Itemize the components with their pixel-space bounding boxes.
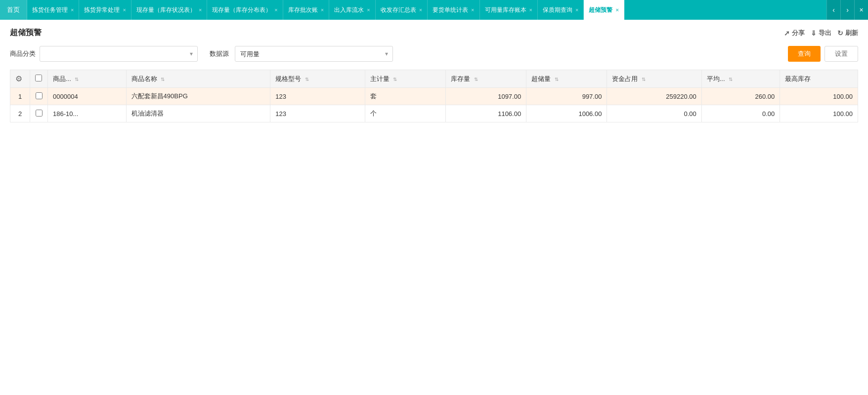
th-product-name[interactable]: 商品名称 ⇅ (126, 70, 270, 88)
close-icon-exception[interactable]: × (123, 7, 126, 13)
data-table: ⚙ 商品... ⇅ 商品名称 ⇅ 规格型号 ⇅ 主计量 (10, 70, 858, 122)
th-max-stock[interactable]: 最高库存 (780, 70, 858, 88)
th-overstock-qty[interactable]: 超储量 ⇅ (526, 70, 607, 88)
close-icon-flow[interactable]: × (367, 7, 370, 13)
th-unit-label: 主计量 (370, 75, 390, 82)
nav-item-available-ledger[interactable]: 可用量库存账本 × (480, 0, 538, 20)
td-stock-qty-2: 1106.00 (445, 105, 526, 122)
unit-2: 个 (370, 110, 377, 117)
close-icon-shelf-life[interactable]: × (575, 7, 578, 13)
share-label: 分享 (792, 29, 805, 38)
nav-label-available-ledger: 可用量库存账本 (485, 6, 526, 14)
select-all-checkbox[interactable] (35, 75, 42, 81)
close-icon-batch-account[interactable]: × (321, 7, 324, 13)
sort-icon-product-code: ⇅ (75, 77, 79, 82)
close-icon-overstock-warning[interactable]: × (615, 7, 618, 13)
td-unit-1: 套 (365, 88, 445, 105)
td-spec-2: 123 (270, 105, 365, 122)
nav-arrow-left[interactable]: ‹ (826, 0, 840, 20)
category-select[interactable] (40, 46, 198, 62)
nav-item-home[interactable]: 首页 (0, 0, 27, 20)
td-capital-usage-2: 0.00 (607, 105, 701, 122)
category-filter: 商品分类 (10, 46, 198, 62)
share-button[interactable]: ➚ 分享 (784, 29, 805, 38)
nav-item-task-mgmt[interactable]: 拣货任务管理 × (27, 0, 79, 20)
max-stock-2: 100.00 (833, 110, 853, 118)
close-icon-summary[interactable]: × (419, 7, 422, 13)
td-overstock-qty-2: 1006.00 (526, 105, 607, 122)
td-product-name-2: 机油滤清器 (126, 105, 270, 122)
nav-item-batch-account[interactable]: 库存批次账 × (283, 0, 329, 20)
td-product-code-2: 186-10... (48, 105, 127, 122)
overstock-qty-2: 1006.00 (578, 110, 602, 118)
close-icon-order-stat[interactable]: × (471, 7, 474, 13)
refresh-label: 刷新 (845, 29, 858, 38)
row-checkbox-1[interactable] (36, 92, 43, 99)
capital-usage-1: 259220.00 (666, 93, 696, 100)
datasource-select[interactable]: 可用量 库存量 (235, 46, 393, 62)
nav-item-exception[interactable]: 拣货异常处理 × (79, 0, 131, 20)
export-button[interactable]: ⇓ 导出 (811, 29, 831, 38)
nav-item-inventory-dist[interactable]: 现存量（库存分布表） × (207, 0, 283, 20)
export-icon: ⇓ (811, 29, 817, 37)
nav-label-overstock-warning: 超储预警 (589, 6, 612, 14)
page-title-actions: ➚ 分享 ⇓ 导出 ↻ 刷新 (784, 29, 858, 38)
capital-usage-2: 0.00 (684, 110, 696, 118)
nav-item-shelf-life[interactable]: 保质期查询 × (538, 0, 584, 20)
th-product-name-label: 商品名称 (131, 75, 157, 82)
nav-arrow-right[interactable]: › (840, 0, 854, 20)
td-row-num-1: 1 (10, 88, 30, 105)
th-stock-qty[interactable]: 库存量 ⇅ (445, 70, 526, 88)
nav-bar: 首页 拣货任务管理 × 拣货异常处理 × 现存量（库存状况表） × 现存量（库存… (0, 0, 868, 20)
th-settings: ⚙ (10, 70, 30, 88)
sort-icon-spec: ⇅ (305, 77, 309, 82)
row-num-1: 1 (18, 93, 22, 100)
sort-icon-overstock-qty: ⇅ (555, 77, 559, 82)
nav-label-shelf-life: 保质期查询 (543, 6, 572, 14)
th-unit[interactable]: 主计量 ⇅ (365, 70, 445, 88)
td-stock-qty-1: 1097.00 (445, 88, 526, 105)
datasource-filter: 数据源 可用量 库存量 (210, 46, 393, 62)
th-spec[interactable]: 规格型号 ⇅ (270, 70, 365, 88)
nav-arrow-close[interactable]: × (854, 0, 868, 20)
category-label: 商品分类 (10, 49, 36, 58)
refresh-icon: ↻ (837, 29, 843, 37)
nav-label-flow: 出入库流水 (334, 6, 364, 14)
close-icon-inventory-status[interactable]: × (199, 7, 202, 13)
nav-label-batch-account: 库存批次账 (288, 6, 318, 14)
th-avg-label: 平均... (707, 75, 725, 82)
td-product-name-1: 六配套新昌490BPG (126, 88, 270, 105)
nav-item-order-stat[interactable]: 要货单统计表 × (428, 0, 479, 20)
nav-item-flow[interactable]: 出入库流水 × (329, 0, 375, 20)
close-icon-inventory-dist[interactable]: × (274, 7, 277, 13)
th-spec-label: 规格型号 (275, 75, 301, 82)
row-checkbox-2[interactable] (36, 110, 43, 117)
td-max-stock-2: 100.00 (780, 105, 858, 122)
nav-item-overstock-warning[interactable]: 超储预警 × (584, 0, 624, 20)
sort-icon-capital-usage: ⇅ (642, 77, 646, 82)
sort-icon-product-name: ⇅ (161, 77, 165, 82)
refresh-button[interactable]: ↻ 刷新 (837, 29, 858, 38)
stock-qty-2: 1106.00 (498, 110, 521, 118)
avg-2: 0.00 (762, 110, 775, 118)
nav-item-summary[interactable]: 收发存汇总表 × (376, 0, 428, 20)
close-icon-available-ledger[interactable]: × (529, 7, 532, 13)
query-button[interactable]: 查询 (788, 46, 821, 62)
max-stock-1: 100.00 (833, 93, 853, 100)
close-icon-task-mgmt[interactable]: × (71, 7, 74, 13)
table-header-row: ⚙ 商品... ⇅ 商品名称 ⇅ 规格型号 ⇅ 主计量 (10, 70, 858, 88)
th-capital-usage[interactable]: 资金占用 ⇅ (607, 70, 701, 88)
spec-2: 123 (275, 110, 286, 118)
row-num-2: 2 (18, 110, 22, 118)
gear-icon[interactable]: ⚙ (15, 75, 22, 83)
share-icon: ➚ (784, 29, 790, 37)
th-avg[interactable]: 平均... ⇅ (701, 70, 780, 88)
filter-bar: 商品分类 数据源 可用量 库存量 查询 设置 (10, 46, 858, 62)
category-select-wrapper (40, 46, 198, 62)
nav-label-summary: 收发存汇总表 (381, 6, 416, 14)
settings-button[interactable]: 设置 (825, 46, 858, 62)
nav-item-inventory-status[interactable]: 现存量（库存状况表） × (131, 0, 207, 20)
nav-label-order-stat: 要货单统计表 (433, 6, 468, 14)
th-product-code[interactable]: 商品... ⇅ (48, 70, 127, 88)
datasource-select-wrapper: 可用量 库存量 (235, 46, 393, 62)
